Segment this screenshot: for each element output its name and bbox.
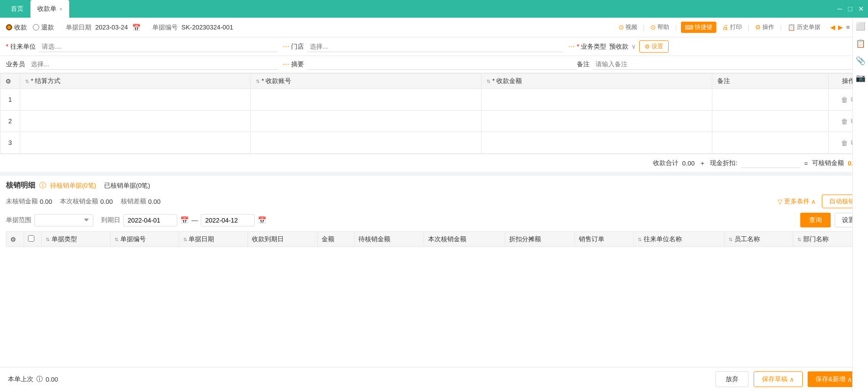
row3-account[interactable] — [251, 132, 482, 154]
action-operate[interactable]: ⚙操作 — [753, 22, 776, 32]
stat-this-cancel: 本次核销金额 0.00 — [60, 197, 112, 206]
footer-left: 本单上次 ⓘ 0.00 — [8, 375, 58, 384]
table-summary: 收款合计 0.00 + 现金折扣: = 可核销金额 0.00 — [0, 154, 868, 172]
total-value: 0.00 — [682, 160, 695, 167]
row1-settlement[interactable] — [20, 89, 251, 111]
total-label: 收款合计 — [653, 159, 678, 168]
summary-input[interactable] — [307, 59, 576, 70]
save-new-label: 保存&新增 — [815, 375, 845, 384]
tab-pending[interactable]: 待核销单据(0笔) — [50, 181, 96, 190]
counterparty-more-btn[interactable]: ··· — [281, 42, 291, 51]
maximize-icon[interactable]: □ — [848, 5, 852, 13]
row3-delete-icon[interactable]: 🗑 — [841, 139, 848, 147]
save-draft-label: 保存草稿 — [762, 375, 787, 384]
save-draft-btn[interactable]: 保存草稿 ∧ — [754, 371, 803, 387]
btable-pending: 待核销金额 — [354, 232, 424, 247]
table-gear-header[interactable]: ⚙ — [0, 74, 20, 89]
stat-uncancelled-value: 0.00 — [40, 198, 52, 205]
num-label: 单据编号 — [152, 23, 178, 32]
btable-party: ⇅ 往来单位名称 — [633, 232, 724, 247]
more-conditions-btn[interactable]: ▽ 更多条件 ∧ — [778, 197, 816, 206]
calendar-icon[interactable]: 📅 — [132, 24, 140, 31]
action-shortcut[interactable]: ⌨快捷键 — [681, 22, 716, 33]
staff-input[interactable] — [28, 59, 278, 70]
nav-next-icon[interactable]: ▶ — [838, 24, 843, 31]
row2-delete-icon[interactable]: 🗑 — [841, 117, 848, 125]
table-row: 2 🗑 ⧉ — [0, 111, 868, 132]
row2-remark[interactable] — [712, 111, 829, 132]
action-print[interactable]: 🖨打印 — [720, 22, 744, 32]
btable-gear[interactable]: ⚙ — [6, 232, 24, 247]
table-row: 1 🗑 ⧉ — [0, 89, 868, 111]
row2-amount[interactable] — [482, 111, 712, 132]
btable-check — [24, 232, 42, 247]
chevron-up-icon: ∧ — [811, 198, 816, 205]
staff-more-btn[interactable]: ··· — [281, 60, 291, 69]
remark-input[interactable] — [593, 59, 862, 70]
close-window-icon[interactable]: ✕ — [858, 5, 864, 13]
footer-right: 放弃 保存草稿 ∧ 保存&新增 ∧ — [715, 371, 860, 387]
save-draft-arrow-icon: ∧ — [789, 376, 794, 383]
row1-remark[interactable] — [712, 89, 829, 111]
due-date-start[interactable]: 2022-04-01 — [123, 214, 177, 226]
nav-prev-icon[interactable]: ◀ — [830, 24, 835, 31]
current-info-icon[interactable]: ⓘ — [36, 375, 43, 384]
abandon-btn[interactable]: 放弃 — [715, 371, 749, 387]
radio-refund[interactable]: 退款 — [33, 23, 54, 32]
panel-table-icon[interactable]: ⬜ — [856, 22, 866, 31]
query-btn[interactable]: 查询 — [800, 213, 831, 227]
row1-account[interactable] — [251, 89, 482, 111]
btable-num: ⇅ 单据编号 — [110, 232, 179, 247]
store-more-btn[interactable]: ··· — [566, 42, 576, 51]
radio-receipt[interactable]: 收款 — [6, 23, 27, 32]
btable-staff: ⇅ 员工名称 — [725, 232, 793, 247]
minimize-icon[interactable]: ─ — [838, 5, 842, 13]
tab-home[interactable]: 首页 — [4, 0, 30, 18]
net-label: 可核销金额 — [812, 159, 844, 168]
stat-diff-label: 核销差额 — [121, 197, 146, 206]
due-date-end[interactable]: 2022-04-12 — [201, 214, 255, 226]
panel-scan-icon[interactable]: 📷 — [856, 73, 866, 83]
verify-section: 核销明细 ⓘ 待核销单据(0笔) 已核销单据(0笔) 未核销金额 0.00 本次… — [0, 176, 868, 252]
row1-delete-icon[interactable]: 🗑 — [841, 96, 848, 104]
store-input[interactable] — [307, 41, 563, 52]
select-all-checkbox[interactable] — [28, 235, 34, 242]
btable-discount: 折扣分摊额 — [505, 232, 574, 247]
biz-type-label: 业务类型 — [577, 42, 607, 51]
page-footer: 本单上次 ⓘ 0.00 放弃 保存草稿 ∧ 保存&新增 ∧ — [0, 367, 868, 391]
panel-doc-icon[interactable]: 📋 — [856, 39, 866, 48]
verify-info-icon[interactable]: ⓘ — [39, 181, 46, 190]
row3-amount[interactable] — [482, 132, 712, 154]
current-value: 0.00 — [46, 376, 58, 383]
row3-remark[interactable] — [712, 132, 829, 154]
summary-group: 摘要 — [291, 59, 576, 70]
counterparty-input[interactable] — [39, 41, 278, 52]
list-view-icon[interactable]: ≡ — [846, 24, 850, 31]
tab-home-label: 首页 — [11, 4, 24, 13]
row3-settlement[interactable] — [20, 132, 251, 154]
row1-amount[interactable] — [482, 89, 712, 111]
col-amount: ⇅ * 收款金额 — [482, 74, 712, 89]
action-help[interactable]: ⊙帮助 — [649, 22, 671, 32]
date-start-icon[interactable]: 📅 — [180, 216, 189, 224]
stat-uncancelled-label: 未核销金额 — [6, 197, 38, 206]
range-select[interactable] — [34, 214, 93, 226]
form-meta: 单据日期 2023-03-24 📅 单据编号 SK-20230324-001 — [66, 23, 233, 32]
btable-amount: 金额 — [318, 232, 354, 247]
discount-input[interactable] — [741, 158, 800, 168]
btable-type: ⇅ 单据类型 — [42, 232, 110, 247]
row2-settlement[interactable] — [20, 111, 251, 132]
close-tab-icon[interactable]: × — [59, 6, 62, 12]
date-end-icon[interactable]: 📅 — [258, 216, 266, 224]
tab-receipt[interactable]: 收款单 × — [30, 0, 69, 18]
action-history[interactable]: 📋历史单据 — [786, 22, 822, 32]
right-panel: ⬜ 📋 📎 📷 — [852, 18, 868, 391]
biz-type-arrow[interactable]: ∨ — [631, 43, 636, 50]
row2-account[interactable] — [251, 111, 482, 132]
action-video[interactable]: ⊙视频 — [617, 22, 639, 32]
window-controls: ─ □ ✕ — [838, 5, 864, 13]
tab-done[interactable]: 已核销单据(0笔) — [104, 181, 150, 190]
settings-button[interactable]: ⚙ 设置 — [639, 40, 669, 53]
btable-date: ⇅ 单据日期 — [179, 232, 247, 247]
panel-attach-icon[interactable]: 📎 — [856, 56, 866, 65]
